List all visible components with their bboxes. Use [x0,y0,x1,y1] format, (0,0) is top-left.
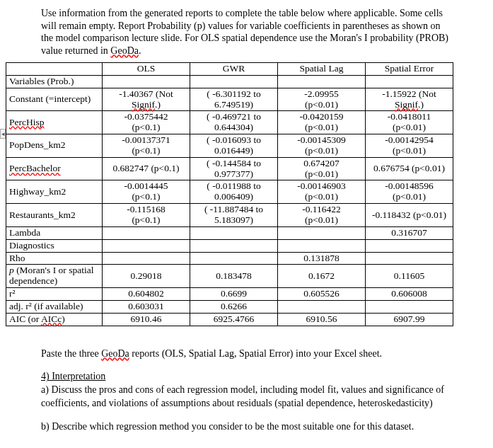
cell-err: 0.676754 (p<0.01) [366,157,453,180]
row-label: adj. r² (if available) [6,300,103,313]
cell [190,75,278,88]
cell [103,252,190,265]
table-row: PercHisp -0.0375442(p<0.1) ( -0.469721 t… [6,111,453,134]
text: the model comparison lecture slide. For … [41,33,448,43]
cell-ols: -0.0375442(p<0.1) [103,111,190,134]
table-row: Constant (=intercept) -1.40367 (Not Sign… [6,88,453,111]
cell [190,239,278,252]
cell [190,252,278,265]
cell-ols: -0.115168(p<0.1) [103,204,190,227]
cell [103,75,190,88]
cell-ols: -0.0014445(p<0.1) [103,180,190,204]
cell-gwr: 0.6699 [190,288,278,301]
header-ols: OLS [103,63,190,76]
q4b-text: b) Describe which regression method you … [41,420,487,434]
cell [278,300,366,313]
cell-err: 0.316707 [366,226,453,239]
row-label: r² [6,288,103,301]
cell-gwr: 0.183478 [190,265,278,288]
cell [278,239,366,252]
table-row-adjr2: adj. r² (if available) 0.603031 0.6266 [6,300,453,313]
cell [278,226,366,239]
header-err: Spatial Error [366,63,453,76]
row-label: PopDens_km2 [6,134,103,158]
cell-lag: -0.00145309(p<0.01) [278,134,366,158]
cell-gwr: ( -0.469721 to 0.644304) [190,111,278,134]
results-table: OLS GWR Spatial Lag Spatial Error Variab… [6,62,453,326]
cell-gwr: ( -0.144584 to 0.977377) [190,157,278,180]
cell-ols: 0.603031 [103,300,190,313]
cell-ols: -0.00137371(p<0.1) [103,134,190,158]
cell-ols: 0.29018 [103,265,190,288]
cell-ols: -1.40367 (Not Signif.) [103,88,190,111]
header-lag: Spatial Lag [278,63,366,76]
table-row-rho: Rho 0.131878 [6,252,453,265]
cell-err: -0.00148596(p<0.01) [366,180,453,204]
text: Use information from the generated repor… [41,8,443,18]
table-row-diagnostics: Diagnostics [6,239,453,252]
header-gwr: GWR [190,63,278,76]
cell [366,239,453,252]
cell [103,239,190,252]
cell-err: -0.0418011(p<0.01) [366,111,453,134]
post-table-text: Paste the three GeoDa reports (OLS, Spat… [41,348,487,434]
q4-heading: 4) Interpretation [41,370,487,384]
cell-ols: 6910.46 [103,313,190,326]
text: will remain empty. Report Probability (p… [41,21,441,31]
cell-gwr: ( -0.016093 to 0.016449) [190,134,278,158]
table-row: Restaurants_km2 -0.115168(p<0.1) ( -11.8… [6,204,453,227]
row-label: p (Moran's I or spatial dependence) [6,265,103,288]
table-row: PopDens_km2 -0.00137371(p<0.1) ( -0.0160… [6,134,453,158]
cell [366,300,453,313]
cell-err: -1.15922 (Not Signif.) [366,88,453,111]
cell-gwr: ( -6.301192 to 6.749519) [190,88,278,111]
row-label: Constant (=intercept) [6,88,103,111]
text: value returned in [41,45,110,56]
table-row-variables: Variables (Prob.) [6,75,453,88]
paste-instruction: Paste the three GeoDa reports (OLS, Spat… [41,348,487,361]
margin-handle: ◂ [0,129,6,139]
cell-lag: -2.09955(p<0.01) [278,88,366,111]
row-label: PercHisp [6,111,103,134]
cell-lag: 0.674207(p<0.01) [278,157,366,180]
header-blank [6,63,103,76]
cell-gwr: ( -0.011988 to 0.006409) [190,180,278,204]
row-label: AIC (or AICc) [6,313,103,326]
cell-lag: -0.116422(p<0.01) [278,204,366,227]
cell-gwr: ( -11.887484 to 5.183097) [190,204,278,227]
cell-gwr: 0.6266 [190,300,278,313]
cell [278,75,366,88]
text: . [139,45,141,56]
cell-lag: 0.1672 [278,265,366,288]
instructions-paragraph: Use information from the generated repor… [41,7,487,57]
cell [103,226,190,239]
cell [366,252,453,265]
cell-err: -0.118432 (p<0.01) [366,204,453,227]
cell-gwr: 6925.4766 [190,313,278,326]
q4a-text: a) Discuss the pros and cons of each reg… [41,384,487,410]
document-page: Use information from the generated repor… [0,0,493,441]
row-label: Diagnostics [6,239,103,252]
table-row-aic: AIC (or AICc) 6910.46 6925.4766 6910.56 … [6,313,453,326]
cell-err: 0.11605 [366,265,453,288]
cell-err: 0.606008 [366,288,453,301]
row-label: Restaurants_km2 [6,204,103,227]
cell-lag: 6910.56 [278,313,366,326]
cell-lag: -0.00146903(p<0.01) [278,180,366,204]
cell-lag: 0.605526 [278,288,366,301]
cell-ols: 0.682747 (p<0.1) [103,157,190,180]
table-row-pmoran: p (Moran's I or spatial dependence) 0.29… [6,265,453,288]
table-row-r2: r² 0.604802 0.6699 0.605526 0.606008 [6,288,453,301]
spellcheck-geoda: GeoDa [110,45,139,56]
cell [190,226,278,239]
cell-lag: 0.131878 [278,252,366,265]
cell-lag: -0.0420159(p<0.01) [278,111,366,134]
row-label: PercBachelor [6,157,103,180]
row-label: Lambda [6,226,103,239]
table-row-lambda: Lambda 0.316707 [6,226,453,239]
row-label: Variables (Prob.) [6,75,103,88]
cell-ols: 0.604802 [103,288,190,301]
cell-err: 6907.99 [366,313,453,326]
cell [366,75,453,88]
row-label: Highway_km2 [6,180,103,204]
